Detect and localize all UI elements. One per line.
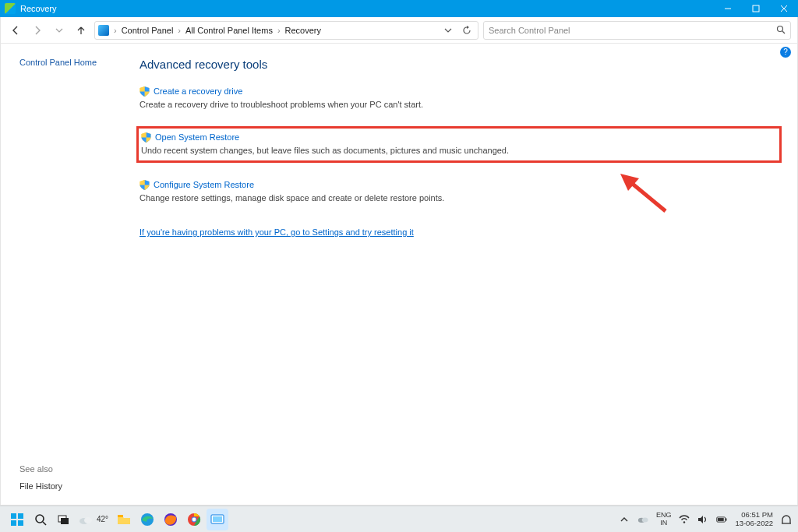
svg-point-12 — [36, 515, 44, 523]
main-panel: Advanced recovery tools Create a recover… — [139, 44, 797, 505]
side-panel: Control Panel Home See also File History — [1, 44, 139, 505]
tool-open-system-restore: Open System Restore Undo recent system c… — [141, 131, 775, 157]
address-bar[interactable]: › Control Panel › All Control Panel Item… — [94, 21, 478, 40]
control-panel-icon — [98, 25, 109, 36]
maximize-button[interactable] — [742, 0, 770, 17]
task-view-button[interactable] — [53, 509, 75, 530]
breadcrumb-all-items[interactable]: All Control Panel Items — [184, 26, 274, 35]
search-placeholder: Search Control Panel — [489, 26, 776, 35]
svg-point-4 — [778, 26, 783, 31]
tray-chevron-up-icon[interactable] — [619, 514, 630, 525]
svg-rect-8 — [11, 513, 16, 519]
svg-line-13 — [43, 522, 46, 525]
window-body: › Control Panel › All Control Panel Item… — [0, 17, 798, 506]
system-tray: ENG IN 06:51 PM 13-06-2022 — [619, 511, 792, 527]
clock[interactable]: 06:51 PM 13-06-2022 — [735, 511, 773, 527]
weather-temp: 42° — [97, 515, 108, 523]
taskbar-search-button[interactable] — [30, 509, 51, 530]
language-bottom: IN — [656, 520, 672, 527]
chevron-right-icon: › — [176, 26, 182, 35]
battery-icon[interactable] — [716, 514, 727, 525]
chrome-button[interactable] — [183, 509, 205, 530]
notifications-icon[interactable] — [781, 514, 792, 525]
edge-button[interactable] — [136, 509, 158, 530]
create-recovery-drive-link[interactable]: Create a recovery drive — [154, 85, 242, 98]
title-bar: Recovery — [0, 0, 798, 17]
svg-point-28 — [683, 521, 685, 523]
svg-rect-25 — [213, 516, 222, 522]
app-icon — [5, 3, 16, 14]
svg-line-5 — [782, 31, 785, 33]
control-panel-home-link[interactable]: Control Panel Home — [19, 58, 139, 67]
create-recovery-drive-desc: Create a recovery drive to troubleshoot … — [139, 98, 782, 111]
recent-locations-button[interactable] — [51, 22, 68, 39]
svg-rect-15 — [61, 518, 69, 524]
svg-rect-10 — [11, 520, 16, 526]
svg-rect-18 — [118, 515, 123, 517]
open-system-restore-desc: Undo recent system changes, but leave fi… — [141, 144, 775, 157]
svg-rect-11 — [18, 520, 23, 526]
clock-time: 06:51 PM — [735, 511, 773, 519]
wifi-icon[interactable] — [679, 514, 690, 525]
language-indicator[interactable]: ENG IN — [656, 512, 672, 527]
minimize-button[interactable] — [714, 0, 742, 17]
svg-point-23 — [192, 517, 196, 521]
configure-system-restore-link[interactable]: Configure System Restore — [154, 178, 254, 192]
annotation-highlight: Open System Restore Undo recent system c… — [136, 126, 782, 163]
page-heading: Advanced recovery tools — [139, 58, 782, 71]
svg-rect-1 — [753, 5, 759, 12]
taskbar: 42° ENG IN 06:51 PM — [0, 506, 798, 532]
back-button[interactable] — [7, 22, 24, 39]
search-box[interactable]: Search Control Panel — [483, 21, 791, 40]
svg-rect-9 — [18, 513, 23, 519]
window-title: Recovery — [20, 4, 56, 13]
volume-icon[interactable] — [697, 514, 708, 525]
close-button[interactable] — [770, 0, 798, 17]
clock-date: 13-06-2022 — [735, 520, 773, 527]
svg-rect-30 — [726, 518, 726, 520]
refresh-button[interactable] — [459, 23, 475, 38]
chevron-right-icon: › — [112, 26, 118, 35]
navigation-row: › Control Panel › All Control Panel Item… — [1, 17, 797, 44]
onedrive-icon[interactable] — [637, 514, 648, 525]
svg-point-17 — [84, 517, 92, 523]
shield-icon — [139, 86, 150, 97]
search-icon — [776, 25, 786, 36]
chevron-right-icon: › — [276, 26, 282, 35]
reset-pc-link[interactable]: If you're having problems with your PC, … — [139, 227, 414, 237]
svg-rect-31 — [718, 518, 724, 521]
tool-create-recovery-drive: Create a recovery drive Create a recover… — [139, 85, 782, 111]
breadcrumb-control-panel[interactable]: Control Panel — [120, 26, 175, 35]
svg-point-27 — [642, 517, 648, 522]
content-area: ? Control Panel Home See also File Histo… — [1, 44, 797, 505]
shield-icon — [139, 180, 150, 190]
start-button[interactable] — [6, 509, 28, 530]
weather-widget[interactable]: 42° — [78, 514, 108, 525]
file-history-link[interactable]: File History — [19, 481, 139, 491]
configure-system-restore-desc: Change restore settings, manage disk spa… — [139, 192, 782, 205]
file-explorer-button[interactable] — [113, 509, 135, 530]
address-dropdown-button[interactable] — [440, 23, 456, 38]
control-panel-taskbar-button[interactable] — [207, 509, 228, 530]
see-also-heading: See also — [19, 464, 139, 474]
firefox-button[interactable] — [160, 509, 182, 530]
tool-configure-system-restore: Configure System Restore Change restore … — [139, 178, 782, 204]
shield-icon — [141, 132, 151, 143]
breadcrumb-recovery[interactable]: Recovery — [284, 26, 323, 35]
up-button[interactable] — [72, 22, 90, 39]
open-system-restore-link[interactable]: Open System Restore — [155, 131, 239, 144]
forward-button[interactable] — [29, 22, 46, 39]
